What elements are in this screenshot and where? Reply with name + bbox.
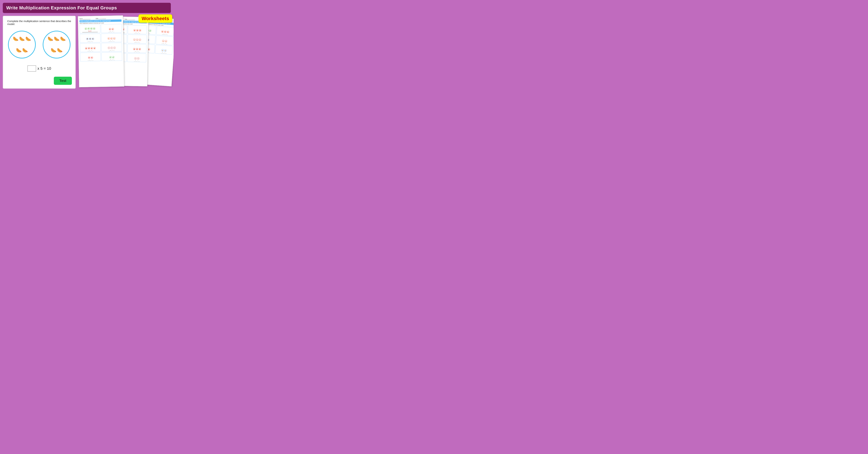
ws-back-cell-4: 🥧🥧 __ x __ = __	[156, 35, 174, 45]
hotdog-icon-8: 🌭	[60, 36, 66, 42]
worksheet-stack: Name ___________ Date ___________ Write …	[79, 16, 171, 89]
hotdog-icon-6: 🌭	[48, 36, 53, 42]
right-panel: Worksheets Name ___________ Date _______…	[79, 16, 171, 89]
ws-front-cell-4: 🌭🌭🌭 __ x __ = __	[101, 33, 122, 42]
equation-text: x 5 = 10	[37, 66, 51, 71]
ws-front-cell-8: 🥒🥒 __ x __ = __	[101, 52, 122, 61]
ws-front-subtitle: Write multiplication sentence to describ…	[80, 22, 122, 24]
hotdog-icon-9: 🌭	[51, 48, 56, 53]
equation-row: x 5 = 10	[7, 65, 71, 72]
test-button[interactable]: Test	[54, 77, 72, 85]
instruction-text: Complete the multiplication sentence tha…	[7, 20, 71, 26]
content-area: Complete the multiplication sentence tha…	[3, 16, 171, 89]
ws-front-date-label: Date ___________	[96, 18, 106, 19]
circle-group-1: 🌭 🌭 🌭 🌭 🌭	[8, 31, 36, 59]
ws-front-cell-5: 🍎🍎🍎🍎 __ x __ = __	[80, 43, 101, 52]
ws-back-cell-2: 🍑🍑🍑 __ x __ = __	[156, 26, 174, 36]
hotdog-icon-7: 🌭	[54, 36, 59, 42]
hotdog-icon-4: 🌭	[16, 48, 22, 53]
page-title: Write Multiplication Expression For Equa…	[6, 5, 167, 10]
hotdog-icon-1: 🌭	[13, 36, 19, 42]
ws-front-cell-7: 🍅🍅 __ x __ = __	[80, 53, 101, 61]
ws-front-grid: 🌿🌿🌿🌿 5 x 4 = 🍑🍑 __ x __ = __ 🐻🐻🐻 __ x __…	[80, 24, 122, 61]
ws-front-title: Write multiplication sentence for equal …	[80, 20, 122, 22]
ws-front-cell-1: 🌿🌿🌿🌿 5 x 4 =	[80, 24, 100, 33]
header-bar: Write Multiplication Expression For Equa…	[3, 3, 171, 13]
ws-front-name-label: Name ___________	[80, 18, 91, 20]
worksheet-front: Name ___________ Date ___________ Write …	[78, 15, 124, 87]
ws-front-cell-2: 🍑🍑 __ x __ = __	[101, 24, 122, 33]
ws-back-cell-6: 🥧🥧 __ x __ = __	[155, 45, 173, 55]
ws-front-highlight-eq: 5 x 4 =	[88, 31, 92, 32]
ws-mid-date-label: Date ___________	[125, 19, 135, 20]
hotdog-icon-2: 🌭	[19, 36, 25, 42]
hotdog-icon-5: 🌭	[22, 48, 28, 53]
worksheets-badge[interactable]: Worksheets	[138, 14, 172, 23]
left-panel: Complete the multiplication sentence tha…	[3, 16, 76, 89]
circle-group-2: 🌭 🌭 🌭 🌭 🌭	[43, 31, 70, 59]
circles-row: 🌭 🌭 🌭 🌭 🌭 🌭 🌭 🌭 🌭 🌭	[7, 31, 71, 59]
ws-mid-cell-4: 🥧🥧🥧 __ x __ = __	[128, 35, 147, 43]
hotdog-icon-10: 🌭	[57, 48, 62, 53]
ws-mid-cell-6: 🍎🍎🍎 __ x __ = __	[127, 44, 147, 53]
hotdog-icon-3: 🌭	[25, 36, 31, 42]
ws-mid-cell-2: 🍑🍑🍑 __ x __ = __	[128, 25, 147, 34]
ws-mid-cell-8: ☕☕ __ x __ = __	[127, 53, 146, 62]
answer-input-box[interactable]	[27, 65, 36, 72]
ws-front-cell-3: 🐻🐻🐻 __ x __ = __	[80, 34, 100, 43]
ws-front-cell-6: ☕☕☕ __ x __ = __	[101, 43, 122, 52]
